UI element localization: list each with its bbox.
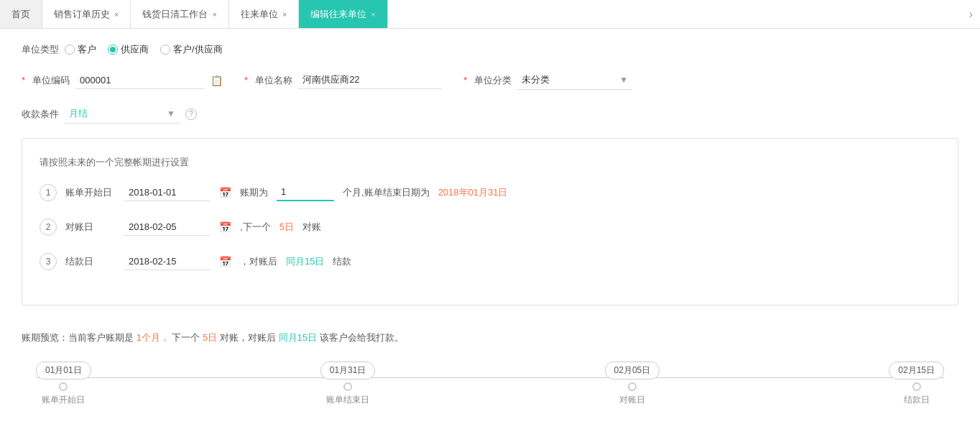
- row1-label: 账单开始日: [65, 186, 116, 199]
- radio-both-circle: [160, 45, 170, 55]
- close-counterparty[interactable]: ×: [282, 10, 287, 19]
- row2-desc-pre: ,下一个: [240, 221, 271, 234]
- timeline-node-2: 01月31日 账单结束日: [320, 362, 376, 406]
- tab-cash-work[interactable]: 钱货日清工作台 ×: [131, 0, 228, 28]
- setting-row-3: 3 结款日 📅 ，对账后 同月15日 结款: [40, 253, 940, 270]
- unit-code-label: 单位编码: [32, 74, 70, 87]
- payment-terms-select[interactable]: 月结 ▼: [65, 104, 180, 124]
- unit-info-row: * 单位编码 📋 * 单位名称 * 单位分类 未分类 ▼: [22, 70, 958, 90]
- row1-date-input[interactable]: [124, 184, 211, 201]
- radio-both[interactable]: 客户/供应商: [160, 43, 223, 56]
- close-sales-order[interactable]: ×: [114, 10, 119, 19]
- row-num-1: 1: [40, 184, 57, 201]
- timeline-dot-1: [59, 382, 68, 391]
- timeline-badge-2: 01月31日: [320, 362, 376, 380]
- row3-desc-post: 结款: [333, 255, 351, 268]
- row2-desc-highlight: 5日: [279, 221, 294, 234]
- unit-type-label: 单位类型: [22, 43, 59, 56]
- radio-customer[interactable]: 客户: [65, 43, 96, 56]
- preview-mid1: 下一个: [172, 332, 200, 343]
- tab-bar: 首页 销售订单历史 × 钱货日清工作台 × 往来单位 × 编辑往来单位 × ›: [0, 0, 980, 29]
- row2-date-input[interactable]: [124, 218, 211, 236]
- payment-terms-group: 收款条件 月结 ▼ ?: [22, 104, 197, 124]
- setting-row-1: 1 账单开始日 📅 账期为 个月,账单结束日期为 2018年01月31日: [40, 183, 940, 201]
- row2-calendar-icon[interactable]: 📅: [219, 221, 231, 233]
- tab-edit-counterparty[interactable]: 编辑往来单位 ×: [299, 0, 387, 28]
- unit-name-input[interactable]: [298, 72, 442, 89]
- row-num-2: 2: [40, 218, 57, 236]
- preview-highlight1: 1个月，: [137, 332, 170, 343]
- timeline-track: 01月01日 账单开始日 01月31日 账单结束日 02月05日 对账日: [36, 362, 944, 406]
- preview-suffix: 该客户会给我打款。: [320, 332, 404, 343]
- code-required-star: *: [22, 75, 25, 86]
- preview-section: 账期预览：当前客户账期是 1个月， 下一个 5日 对账，对账后 同月15日 该客…: [22, 320, 958, 418]
- row3-desc-pre: ，对账后: [240, 255, 277, 268]
- timeline-badge-4: 02月15日: [889, 362, 944, 380]
- main-content: 单位类型 客户 供应商 客户/供应商 * 单位编码: [0, 29, 980, 437]
- radio-customer-circle: [65, 45, 75, 55]
- payment-terms-value: 月结: [69, 107, 88, 120]
- row1-period-input[interactable]: [277, 183, 334, 201]
- timeline-node-3: 02月05日 对账日: [605, 362, 660, 406]
- row3-calendar-icon[interactable]: 📅: [219, 256, 231, 267]
- timeline-line: [36, 377, 944, 378]
- tab-sales-order[interactable]: 销售订单历史 ×: [42, 0, 131, 28]
- unit-type-group: 单位类型 客户 供应商 客户/供应商: [22, 43, 223, 56]
- row3-desc-highlight: 同月15日: [286, 255, 324, 268]
- timeline-label-2: 账单结束日: [326, 394, 369, 406]
- timeline-dot-3: [628, 382, 637, 391]
- payment-terms-dropdown-icon: ▼: [167, 109, 175, 119]
- unit-category-label: 单位分类: [474, 74, 512, 87]
- timeline-label-3: 对账日: [619, 394, 645, 406]
- category-required-star: *: [463, 75, 467, 86]
- unit-category-select[interactable]: 未分类 ▼: [517, 70, 632, 90]
- timeline-badge-3: 02月05日: [605, 362, 660, 380]
- row1-end-highlight: 2018年01月31日: [438, 186, 508, 199]
- name-required-star: *: [244, 75, 248, 86]
- unit-name-group: * 单位名称: [244, 72, 442, 89]
- settings-section: 请按照未来的一个完整帐期进行设置 1 账单开始日 📅 账期为 个月,账单结束日期…: [22, 138, 958, 305]
- close-edit-counterparty[interactable]: ×: [371, 10, 375, 19]
- timeline-label-4: 结款日: [904, 394, 930, 406]
- row2-desc-post: 对账: [302, 221, 321, 234]
- row1-calendar-icon[interactable]: 📅: [219, 187, 231, 198]
- radio-group: 客户 供应商 客户/供应商: [65, 43, 223, 56]
- unit-name-label: 单位名称: [255, 74, 292, 87]
- unit-type-row: 单位类型 客户 供应商 客户/供应商: [22, 43, 958, 56]
- unit-code-icon[interactable]: 📋: [211, 75, 223, 86]
- radio-supplier-circle: [108, 45, 118, 55]
- tab-home[interactable]: 首页: [0, 0, 42, 28]
- unit-category-value: 未分类: [522, 73, 550, 86]
- row1-mid-text: 账期为: [240, 186, 268, 199]
- timeline-node-4: 02月15日 结款日: [889, 362, 944, 406]
- payment-terms-row: 收款条件 月结 ▼ ?: [22, 104, 958, 124]
- preview-text: 账期预览：当前客户账期是 1个月， 下一个 5日 对账，对账后 同月15日 该客…: [22, 331, 958, 344]
- timeline-node-1: 01月01日 账单开始日: [36, 362, 91, 406]
- row-num-3: 3: [40, 253, 57, 270]
- preview-highlight2: 5日: [203, 332, 217, 343]
- preview-mid2: 对账，对账后: [220, 332, 276, 343]
- preview-prefix: 账期预览：当前客户账期是: [22, 332, 134, 343]
- setting-row-2: 2 对账日 📅 ,下一个 5日 对账: [40, 218, 940, 236]
- category-dropdown-icon: ▼: [619, 75, 628, 85]
- tab-overflow-arrow[interactable]: ›: [962, 8, 980, 21]
- radio-supplier[interactable]: 供应商: [108, 43, 149, 56]
- timeline-dot-4: [912, 382, 921, 391]
- help-icon[interactable]: ?: [185, 109, 197, 120]
- timeline-label-1: 账单开始日: [42, 394, 85, 406]
- row3-date-input[interactable]: [124, 253, 211, 270]
- section-title: 请按照未来的一个完整帐期进行设置: [40, 156, 940, 169]
- timeline: 01月01日 账单开始日 01月31日 账单结束日 02月05日 对账日: [22, 362, 958, 406]
- unit-code-group: * 单位编码 📋: [22, 72, 223, 89]
- tab-counterparty[interactable]: 往来单位 ×: [229, 0, 299, 28]
- row3-label: 结款日: [65, 255, 116, 268]
- row1-end-text: 个月,账单结束日期为: [343, 186, 430, 199]
- timeline-badge-1: 01月01日: [36, 362, 91, 380]
- row2-label: 对账日: [65, 221, 116, 234]
- unit-category-group: * 单位分类 未分类 ▼: [463, 70, 632, 90]
- timeline-dot-2: [343, 382, 352, 391]
- payment-terms-label: 收款条件: [22, 108, 59, 121]
- close-cash-work[interactable]: ×: [212, 10, 216, 19]
- unit-code-input[interactable]: [75, 72, 205, 89]
- preview-highlight3: 同月15日: [279, 332, 317, 343]
